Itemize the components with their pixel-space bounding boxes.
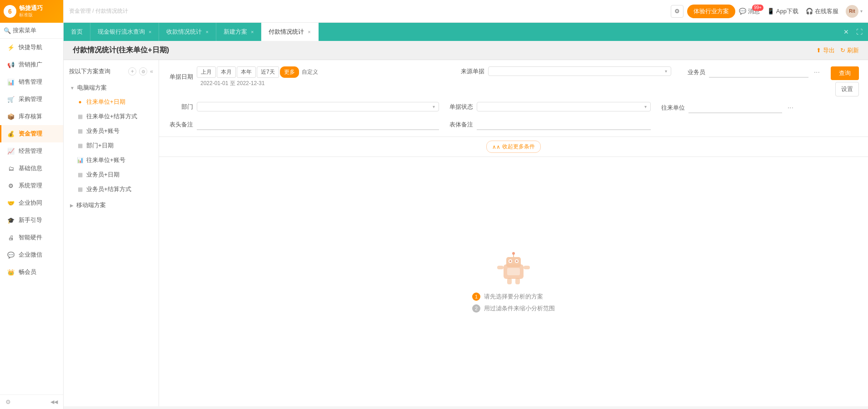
date-tab-last-month[interactable]: 上月 bbox=[197, 66, 216, 78]
topbar-breadcrumb: 资金管理 / 付款情况统计 bbox=[69, 7, 667, 15]
sidebar-item-sales[interactable]: 📊 销售管理 bbox=[0, 73, 63, 91]
sidebar-item-purchase[interactable]: 🛒 采购管理 bbox=[0, 91, 63, 108]
sidebar-item-inventory[interactable]: 📦 库存核算 bbox=[0, 108, 63, 125]
doc-status-select[interactable]: ▾ bbox=[477, 102, 651, 111]
right-panel: 单据日期 上月 本月 本年 近7天 更多 自定义 20 bbox=[159, 60, 868, 406]
chevron-down-icon: ▾ bbox=[860, 9, 863, 14]
sidebar-item-label: 快捷导航 bbox=[19, 43, 42, 51]
date-tab-more[interactable]: 更多 bbox=[280, 66, 299, 78]
pc-scheme-label: 电脑端方案 bbox=[77, 84, 107, 92]
body-note-input[interactable] bbox=[477, 119, 651, 130]
avatar: Rit bbox=[846, 5, 858, 18]
filter-body-note-item: 表体备注 bbox=[448, 119, 651, 130]
online-service-btn[interactable]: 🎧 在线客服 bbox=[806, 7, 838, 15]
tab-payment-label: 付款情况统计 bbox=[269, 28, 304, 36]
export-button[interactable]: ⬆ 导出 bbox=[816, 46, 835, 55]
add-scheme-icon[interactable]: + bbox=[128, 67, 136, 76]
collapse-sidebar-icon[interactable]: ◀◀ bbox=[50, 399, 58, 405]
partner-input[interactable] bbox=[688, 102, 782, 113]
sidebar-item-basic[interactable]: 🗂 基础信息 bbox=[0, 160, 63, 177]
salesman-ellipsis-btn[interactable]: ··· bbox=[812, 68, 822, 76]
tab-new-scheme[interactable]: 新建方案 × bbox=[216, 23, 261, 41]
sidebar-item-hardware[interactable]: 🖨 智能硬件 bbox=[0, 229, 63, 246]
sidebar-item-label: 基础信息 bbox=[19, 164, 42, 172]
mobile-scheme-section-title[interactable]: ▶ 移动端方案 bbox=[64, 198, 159, 212]
filter-dept-item: 部门 ▾ bbox=[168, 102, 439, 111]
partner-ellipsis-btn[interactable]: ··· bbox=[786, 104, 795, 112]
basic-icon: 🗂 bbox=[7, 164, 15, 172]
date-tab-this-month[interactable]: 本月 bbox=[217, 66, 236, 78]
close-all-tabs-icon[interactable]: ✕ bbox=[842, 26, 851, 37]
scheme-item-label: 业务员+结算方式 bbox=[86, 185, 131, 193]
step-1-num: 1 bbox=[472, 293, 480, 301]
sidebar-item-wechat[interactable]: 💬 企业微信 bbox=[0, 246, 63, 263]
user-avatar-area[interactable]: Rit ▾ bbox=[846, 5, 863, 18]
refresh-button[interactable]: ↻ 刷新 bbox=[840, 46, 859, 55]
logo-sub: 标准版 bbox=[19, 12, 43, 18]
dept-select[interactable]: ▾ bbox=[197, 102, 439, 111]
scheme-settings-icon[interactable]: ⚙ bbox=[139, 67, 147, 76]
tab-bank-close[interactable]: × bbox=[149, 29, 151, 35]
gear-icon[interactable]: ⚙ bbox=[5, 399, 11, 405]
maximize-icon[interactable]: ⛶ bbox=[854, 26, 864, 37]
scheme-item-salesman-settlement[interactable]: ▦ 业务员+结算方式 bbox=[64, 182, 159, 197]
tab-payment-stats[interactable]: 付款情况统计 × bbox=[261, 23, 318, 41]
filter-doc-status-item: 单据状态 ▾ bbox=[448, 102, 651, 111]
scheme-grid-icon2: ▦ bbox=[76, 127, 84, 135]
enterprise-icon: 🤝 bbox=[7, 199, 15, 207]
custom-label[interactable]: 自定义 bbox=[302, 68, 318, 76]
settings-button[interactable]: 设置 bbox=[835, 82, 859, 96]
header-note-label: 表头备注 bbox=[168, 121, 193, 129]
app-download-btn[interactable]: 📱 App下载 bbox=[767, 7, 798, 15]
scheme-item-salesman-date[interactable]: ▦ 业务员+日期 bbox=[64, 167, 159, 182]
scheme-item-salesman-account[interactable]: ▦ 业务员+账号 bbox=[64, 124, 159, 138]
online-service-label: 在线客服 bbox=[815, 7, 838, 15]
scheme-item-label: 业务员+账号 bbox=[86, 127, 120, 135]
sidebar-item-finance[interactable]: 💰 资金管理 bbox=[0, 125, 63, 142]
collapse-conditions-btn[interactable]: ∧∧ 收起更多条件 bbox=[486, 141, 541, 153]
date-tab-this-year[interactable]: 本年 bbox=[237, 66, 256, 78]
tab-payment-close[interactable]: × bbox=[308, 29, 310, 35]
sidebar-item-member[interactable]: 👑 畅会员 bbox=[0, 263, 63, 281]
tab-bank[interactable]: 现金银行流水查询 × bbox=[90, 23, 159, 41]
mobile-scheme-section: ▶ 移动端方案 bbox=[64, 198, 159, 212]
scheme-item-dept-date[interactable]: ▦ 部门+日期 bbox=[64, 138, 159, 153]
sidebar-item-enterprise[interactable]: 🤝 企业协同 bbox=[0, 194, 63, 212]
tab-home[interactable]: 首页 bbox=[64, 23, 90, 41]
scheme-item-partner-date[interactable]: ● 往来单位+日期 bbox=[64, 95, 159, 109]
left-panel-title: 按以下方案查询 bbox=[69, 67, 110, 76]
sidebar-item-label: 营销推广 bbox=[19, 61, 42, 69]
sidebar-item-operation[interactable]: 📈 经营管理 bbox=[0, 142, 63, 160]
sidebar-item-quick-nav[interactable]: ⚡ 快捷导航 bbox=[0, 39, 63, 56]
step-2-num: 2 bbox=[472, 304, 480, 313]
app-download-label: App下载 bbox=[776, 7, 798, 15]
tab-new-scheme-close[interactable]: × bbox=[251, 29, 254, 35]
query-button[interactable]: 查询 bbox=[831, 66, 859, 80]
scheme-item-partner-settlement[interactable]: ▦ 往来单位+结算方式 bbox=[64, 109, 159, 124]
trial-industry-button[interactable]: 体验行业方案 bbox=[687, 5, 735, 18]
pc-scheme-section: ▼ 电脑端方案 ● 往来单位+日期 ▦ 往来单位+结算方式 ▦ 业务员+账号 bbox=[64, 81, 159, 197]
tab-receipt-stats[interactable]: 收款情况统计 × bbox=[159, 23, 216, 41]
scheme-item-partner-account[interactable]: 📊 往来单位+账号 bbox=[64, 153, 159, 167]
message-badge[interactable]: 💬 消息 99+ bbox=[739, 7, 760, 15]
pc-scheme-section-title[interactable]: ▼ 电脑端方案 bbox=[64, 81, 159, 95]
collapse-panel-icon[interactable]: « bbox=[150, 68, 153, 75]
sidebar-item-marketing[interactable]: 📢 营销推广 bbox=[0, 56, 63, 73]
settings-icon: ⚙ bbox=[674, 8, 680, 15]
sidebar-item-guide[interactable]: 🎓 新手引导 bbox=[0, 212, 63, 229]
date-tab-7days[interactable]: 近7天 bbox=[257, 66, 279, 78]
header-note-input[interactable] bbox=[197, 119, 439, 130]
tabs-right-actions: ✕ ⛶ bbox=[838, 26, 868, 37]
search-menu-item[interactable]: 🔍 搜索菜单 bbox=[0, 23, 63, 39]
sidebar-item-system[interactable]: ⚙ 系统管理 bbox=[0, 177, 63, 194]
tab-bank-label: 现金银行流水查询 bbox=[98, 28, 145, 36]
salesman-input[interactable] bbox=[709, 66, 808, 77]
source-doc-select[interactable]: ▾ bbox=[488, 66, 671, 76]
scheme-item-label: 往来单位+结算方式 bbox=[86, 112, 137, 121]
scheme-item-label: 业务员+日期 bbox=[86, 171, 120, 179]
tab-receipt-close[interactable]: × bbox=[205, 29, 208, 35]
scheme-item-label: 往来单位+日期 bbox=[86, 98, 125, 106]
filter-row-3: 表头备注 表体备注 bbox=[168, 119, 859, 130]
quick-nav-icon: ⚡ bbox=[7, 43, 15, 51]
topbar-settings-btn[interactable]: ⚙ bbox=[671, 5, 683, 18]
